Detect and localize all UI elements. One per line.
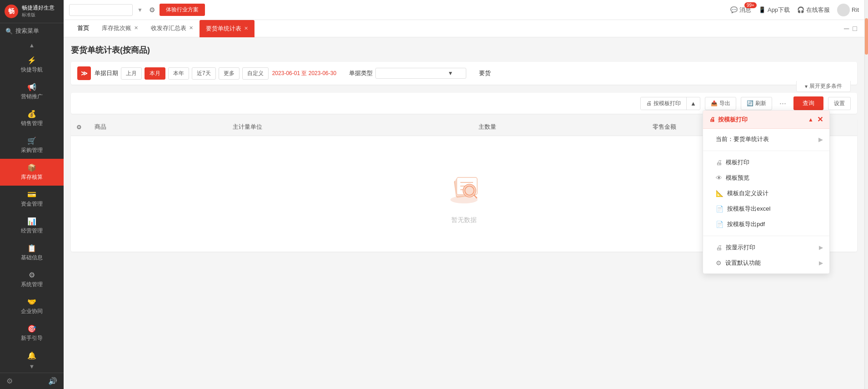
search-menu[interactable]: 🔍 搜索菜单 (0, 23, 64, 39)
doc-type-dropdown-icon: ▼ (448, 70, 453, 76)
sidebar-item-finance[interactable]: 💳 资金管理 (0, 186, 64, 212)
print-dropdown-arrow[interactable]: ▲ (687, 98, 700, 109)
dropdown-expandable-section: 🖨 按显示打印 ▶ ⚙ 设置默认功能 ▶ (703, 237, 829, 273)
dropdown-template-design[interactable]: 📐 模板自定义设计 (703, 186, 829, 201)
guide-icon: 🎯 (27, 324, 36, 333)
page-title: 要货单统计表(按商品) (71, 45, 857, 56)
print-dropdown-menu: 🖨 按模板打印 ▲ ✕ 当前：要货单统计表 ▶ (703, 110, 830, 274)
sidebar-item-enterprise[interactable]: 🤝 企业协同 (0, 293, 64, 320)
tab-order-stats[interactable]: 要货单统计表 ✕ (200, 20, 254, 37)
dropdown-template-preview[interactable]: 👁 模板预览 (703, 170, 829, 186)
tab-inventory-batch-label: 库存批次账 (102, 24, 131, 32)
user-avatar-item[interactable]: Rit (837, 4, 859, 16)
sales-icon: 💰 (27, 110, 36, 118)
help-icon[interactable]: 🔊 (48, 377, 57, 385)
notification-badge: 99+ (744, 2, 757, 8)
customer-service-item[interactable]: 🎧 在线客服 (797, 6, 830, 14)
dropdown-divider-1 (703, 151, 829, 151)
dropdown-current-template[interactable]: 当前：要货单统计表 ▶ (703, 131, 829, 147)
purchase-icon: 🛒 (27, 136, 36, 145)
dropdown-current-section: 当前：要货单统计表 ▶ (703, 129, 829, 150)
app-badge: 标准版 (22, 12, 55, 18)
tab-receipt-summary-close[interactable]: ✕ (189, 25, 193, 30)
sidebar-item-appstore[interactable]: 🔔 应用中心 (0, 347, 64, 360)
dropdown-items-section: 🖨 模板打印 👁 模板预览 📐 模板自定义设计 📄 按模板导出excel (703, 152, 829, 235)
sidebar-item-sales[interactable]: 💰 销售管理 (0, 105, 64, 132)
dropdown-set-default[interactable]: ⚙ 设置默认功能 ▶ (703, 255, 829, 271)
topbar-search-input[interactable] (69, 4, 133, 16)
dropdown-template-export-pdf[interactable]: 📄 按模板导出pdf (703, 217, 829, 232)
display-print-icon: 🖨 (716, 244, 722, 251)
set-default-chevron: ▶ (819, 260, 823, 266)
tab-receipt-summary[interactable]: 收发存汇总表 ✕ (145, 20, 200, 37)
printer-icon: 🖨 (646, 100, 652, 106)
settings-button[interactable]: 设置 (828, 97, 851, 110)
template-print-icon: 🖨 (716, 159, 722, 166)
query-button[interactable]: 查询 (793, 96, 823, 110)
sidebar-item-marketing[interactable]: 📢 营销推广 (0, 78, 64, 105)
template-preview-icon: 👁 (716, 174, 722, 182)
finance-icon: 💳 (27, 190, 36, 199)
sidebar-item-system[interactable]: ⚙ 系统管理 (0, 266, 64, 293)
dropdown-close-button[interactable]: ✕ (817, 115, 823, 124)
date-current-year-btn[interactable]: 本年 (168, 67, 189, 80)
col-product-header: 商品 (89, 118, 227, 136)
expand-chevron-icon: ▾ (805, 83, 808, 90)
right-scrollbar[interactable] (864, 0, 868, 389)
sidebar-item-guide[interactable]: 🎯 新手引导 (0, 320, 64, 347)
sidebar-item-purchase[interactable]: 🛒 采购管理 (0, 132, 64, 159)
cargo-label: 要货 (479, 69, 491, 77)
doc-type-select[interactable]: ▼ (375, 68, 466, 79)
marketing-icon: 📢 (27, 83, 36, 91)
sidebar: 畅 畅捷通好生意 标准版 🔍 搜索菜单 ▲ ⚡ 快捷导航 📢 营销推广 💰 销售… (0, 0, 64, 389)
sidebar-item-label: 采购管理 (21, 147, 43, 154)
sidebar-item-operations[interactable]: 📊 经营管理 (0, 212, 64, 239)
settings-icon[interactable]: ⚙ (6, 377, 13, 385)
export-button[interactable]: 📤 导出 (705, 97, 736, 110)
col-settings-header[interactable]: ⚙ (71, 118, 89, 136)
scroll-up-btn[interactable]: ▲ (0, 39, 64, 51)
refresh-button[interactable]: 🔄 刷新 (741, 97, 772, 110)
sidebar-item-label: 经营管理 (21, 227, 43, 235)
doc-type-filter-group: 单据类型 ▼ (349, 68, 466, 79)
app-name: 畅捷通好生意 (22, 5, 55, 12)
dropdown-header: 🖨 按模板打印 ▲ ✕ (703, 111, 829, 129)
topbar-gear-icon[interactable]: ⚙ (149, 6, 155, 14)
date-last-month-btn[interactable]: 上月 (121, 67, 142, 80)
more-options-button[interactable]: ··· (777, 99, 789, 108)
notification-item[interactable]: 💬 消息 99+ (730, 6, 751, 14)
date-custom-btn[interactable]: 自定义 (242, 67, 269, 80)
dropdown-template-export-excel[interactable]: 📄 按模板导出excel (703, 201, 829, 217)
dropdown-chevron-icon[interactable]: ▲ (808, 116, 813, 123)
minimize-icon[interactable]: ─ (844, 25, 849, 33)
display-print-label: 按显示打印 (726, 243, 755, 252)
print-arrow-up-icon: ▲ (690, 100, 696, 107)
app-download-icon: 📱 (758, 6, 766, 13)
filter-expand-button[interactable]: ≫ (77, 66, 91, 80)
tab-order-stats-close[interactable]: ✕ (244, 26, 248, 31)
date-last-7-days-btn[interactable]: 近7天 (192, 67, 216, 80)
sidebar-item-quick-nav[interactable]: ⚡ 快捷导航 (0, 51, 64, 78)
app-download-item[interactable]: 📱 App下载 (758, 6, 790, 14)
sidebar-item-label: 营销推广 (21, 93, 43, 101)
tab-inventory-batch[interactable]: 库存批次账 ✕ (95, 20, 145, 37)
inventory-icon: 📦 (27, 163, 36, 172)
topbar-dropdown-arrow[interactable]: ▼ (137, 7, 143, 13)
sidebar-item-basic[interactable]: 📋 基础信息 (0, 239, 64, 266)
col-quantity-header: 主数量 (473, 118, 647, 136)
dropdown-display-print[interactable]: 🖨 按显示打印 ▶ (703, 240, 829, 255)
date-more-btn[interactable]: 更多 (219, 67, 239, 80)
scrollbar-thumb[interactable] (865, 18, 868, 55)
dropdown-template-print[interactable]: 🖨 模板打印 (703, 155, 829, 170)
tab-inventory-batch-close[interactable]: ✕ (134, 25, 138, 30)
expand-more-conditions-btn[interactable]: ▾ 展开更多条件 (796, 81, 851, 92)
tab-home[interactable]: 首页 (71, 20, 95, 37)
scroll-down-btn[interactable]: ▼ (0, 360, 64, 373)
sidebar-item-inventory[interactable]: 📦 库存核算 (0, 159, 64, 186)
notification-icon: 💬 (730, 6, 738, 13)
window-buttons: ─ □ (844, 25, 857, 33)
date-current-month-btn[interactable]: 本月 (145, 67, 165, 80)
maximize-icon[interactable]: □ (853, 25, 857, 33)
print-template-button[interactable]: 🖨 按模板打印 (641, 97, 687, 110)
trial-industry-button[interactable]: 体验行业方案 (160, 4, 205, 16)
